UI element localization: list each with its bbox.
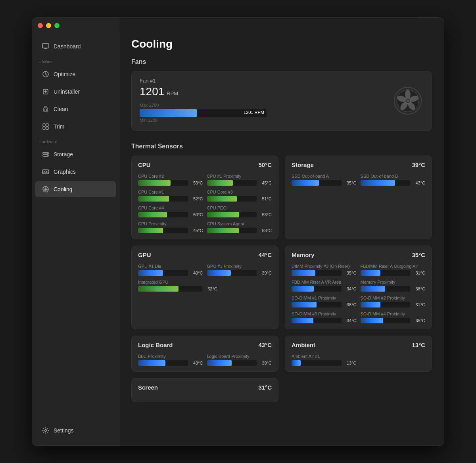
sensor-card-gpu: GPU 44°C GPU #1 Die 40°C GPU #1 Proximit… <box>131 246 278 329</box>
sidebar-item-optimize-label: Optimize <box>54 71 75 77</box>
svg-point-10 <box>47 153 48 154</box>
sensor-item: CPU System Agent 53°C <box>207 221 272 233</box>
sensor-item: SSD Out-of-band B 43°C <box>361 174 426 186</box>
sensor-item: SO-DIMM #2 Proximity 31°C <box>361 296 426 307</box>
close-button[interactable] <box>38 23 43 28</box>
optimize-icon <box>42 70 50 78</box>
sensor-item: SO-DIMM #3 Proximity 34°C <box>292 311 357 323</box>
sensor-item: CPU Core #1 52°C <box>138 190 203 202</box>
minimize-button[interactable] <box>46 23 51 28</box>
thermal-grid: CPU 50°C CPU Core #2 53°C CPU #1 Proximi… <box>131 156 432 402</box>
sensor-card-memory: Memory 35°C DIMM Proximity #3 (On Riser)… <box>285 246 432 329</box>
fan-min-label: Min 1200 <box>140 118 157 123</box>
clean-icon <box>42 105 50 113</box>
sidebar-section-hardware: Hardware <box>32 135 119 146</box>
sidebar-item-uninstaller[interactable]: Uninstaller <box>35 84 116 100</box>
svg-point-13 <box>45 171 47 173</box>
sensor-item: Integrated GPU 52°C <box>138 280 272 292</box>
fan-name: Fan #1 <box>140 78 384 84</box>
svg-point-25 <box>407 100 409 102</box>
sidebar-item-uninstaller-label: Uninstaller <box>54 88 80 95</box>
sidebar-section-utilities: Utilities <box>32 55 119 65</box>
sensor-item: SO-DIMM #4 Proximity 35°C <box>361 311 426 323</box>
svg-rect-6 <box>43 127 45 129</box>
cpu-card-temp: 50°C <box>258 161 272 168</box>
fan-max-label: Max 2700 <box>140 103 159 108</box>
sensor-card-storage: Storage 39°C SSD Out-of-band A 35°C SSD … <box>285 156 432 239</box>
storage-icon <box>42 150 50 158</box>
fan-bar-value: 1201 RPM <box>244 110 264 115</box>
sidebar-item-settings[interactable]: Settings <box>35 423 116 438</box>
fan-icon <box>392 85 424 117</box>
fan-rpm-value: 1201 <box>140 85 164 98</box>
sidebar-item-cooling[interactable]: Cooling <box>35 181 116 197</box>
sensor-item: CPU Proximity 45°C <box>138 221 203 233</box>
fan-rpm-unit: RPM <box>167 90 178 96</box>
main-content: Cooling Fans Fan #1 1201 RPM Max 2700 12… <box>119 18 444 446</box>
sensor-item: SSD Out-of-band A 35°C <box>292 174 357 186</box>
sidebar-item-trim-label: Trim <box>54 123 64 130</box>
sidebar-item-storage-label: Storage <box>54 151 73 158</box>
sidebar-item-graphics-label: Graphics <box>54 169 76 175</box>
sensor-item: CPU Core #2 53°C <box>138 174 203 186</box>
graphics-icon <box>42 168 50 176</box>
fan-bar-fill <box>140 109 197 117</box>
sensor-item: GPU #1 Die 40°C <box>138 264 203 276</box>
maximize-button[interactable] <box>54 23 60 28</box>
sidebar-item-clean[interactable]: Clean <box>35 101 116 117</box>
svg-rect-4 <box>43 124 45 126</box>
trim-icon <box>42 123 50 131</box>
thermal-section-title: Thermal Sensors <box>131 143 432 150</box>
sensor-item: FBDIMM Riser A Outgoing Air 31°C <box>361 264 426 276</box>
sidebar-item-graphics[interactable]: Graphics <box>35 164 116 180</box>
svg-rect-3 <box>44 108 48 111</box>
svg-point-11 <box>47 155 48 156</box>
sensor-item: FBDIMM Riser A VR Area 34°C <box>292 280 357 292</box>
sensor-card-cpu: CPU 50°C CPU Core #2 53°C CPU #1 Proximi… <box>131 156 278 239</box>
sensor-item: DIMM Proximity #3 (On Riser) 35°C <box>292 264 357 276</box>
sensor-item: Memory Proximity 38°C <box>361 280 426 292</box>
sensor-item: GPU #1 Proximity 39°C <box>207 264 272 276</box>
sensor-item: CPU Core #4 50°C <box>138 206 203 217</box>
sidebar-item-clean-label: Clean <box>54 106 68 112</box>
sensor-card-logic-board: Logic Board 43°C BLC Proximity 43°C Logi… <box>131 336 278 372</box>
sidebar-item-optimize[interactable]: Optimize <box>35 66 116 82</box>
sensor-item: Ambient Air #1 13°C <box>292 354 357 366</box>
svg-rect-7 <box>46 127 48 129</box>
page-title: Cooling <box>131 38 432 50</box>
sensor-item: CPU #1 Proximity 45°C <box>207 174 272 186</box>
sensor-card-screen: Screen 31°C <box>131 378 278 402</box>
cpu-card-title: CPU <box>138 161 151 168</box>
fans-section-title: Fans <box>131 58 432 65</box>
settings-icon <box>42 426 50 434</box>
svg-rect-5 <box>46 124 48 126</box>
sensor-item: Logic Board Proximity 39°C <box>207 354 272 366</box>
fan-card: Fan #1 1201 RPM Max 2700 1201 RPM Min 12… <box>131 71 432 131</box>
svg-rect-0 <box>42 44 49 48</box>
sidebar-item-storage[interactable]: Storage <box>35 146 116 162</box>
uninstaller-icon <box>42 88 50 96</box>
sidebar-item-cooling-label: Cooling <box>54 186 72 192</box>
fan-bar-track: 1201 RPM <box>140 109 267 117</box>
sidebar: Dashboard Utilities Optimize Uninstaller <box>32 18 119 446</box>
monitor-icon <box>42 42 50 50</box>
sidebar-item-settings-label: Settings <box>54 427 74 434</box>
sensor-item: BLC Proximity 43°C <box>138 354 203 366</box>
sensor-item: CPU PECI 53°C <box>207 206 272 217</box>
svg-rect-12 <box>42 170 49 174</box>
sidebar-item-dashboard-label: Dashboard <box>54 43 81 50</box>
svg-point-16 <box>45 429 47 431</box>
sidebar-item-trim[interactable]: Trim <box>35 119 116 134</box>
sensor-card-ambient: Ambient 13°C Ambient Air #1 13°C <box>285 336 432 372</box>
cooling-icon <box>42 185 50 193</box>
sensor-item: SO-DIMM #1 Proximity 38°C <box>292 296 357 307</box>
sidebar-item-dashboard[interactable]: Dashboard <box>35 38 116 54</box>
sensor-item: CPU Core #3 51°C <box>207 190 272 202</box>
